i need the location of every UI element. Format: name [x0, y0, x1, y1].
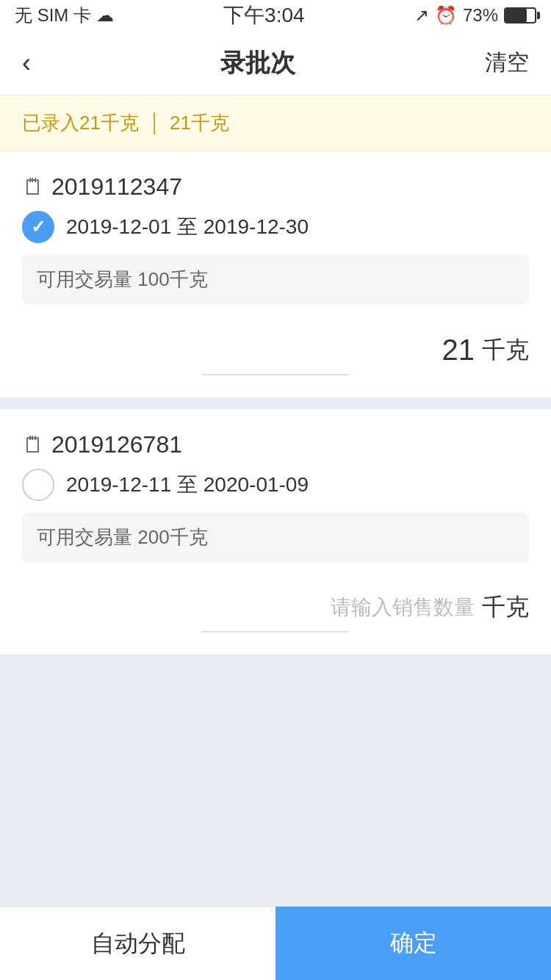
- batch-1-icon: 🗒: [22, 175, 44, 200]
- nav-bar: ‹ 录批次 清空: [0, 31, 551, 96]
- batch-1-quantity-row: 21 千克: [0, 319, 551, 374]
- batch-2-input-wrapper: 请输入销售数量 千克: [0, 577, 551, 655]
- status-bar: 无 SIM 卡 ☁ 下午3:04 ↗ ⏰ 73%: [0, 0, 551, 31]
- batch-1-quantity-wrapper: 21 千克: [0, 319, 551, 397]
- battery-pct: 73%: [463, 5, 498, 26]
- batch-2-icon: 🗒: [22, 433, 44, 458]
- alarm-icon: ⏰: [435, 5, 457, 26]
- batch-1-quantity-unit: 千克: [482, 334, 529, 367]
- batch-1-date-row: 2019-12-01 至 2019-12-30: [22, 211, 529, 243]
- banner-divider: [154, 112, 155, 134]
- location-icon: ↗: [414, 5, 429, 26]
- batch-2-input-unit: 千克: [482, 591, 529, 624]
- battery-icon: [504, 7, 536, 24]
- back-button[interactable]: ‹: [22, 48, 31, 79]
- page-title: 录批次: [220, 46, 295, 80]
- batch-2-input-placeholder: 请输入销售数量: [331, 594, 475, 621]
- batch-1-available: 可用交易量 100千克: [22, 255, 529, 304]
- batch-1-date: 2019-12-01 至 2019-12-30: [66, 213, 309, 241]
- empty-area: [0, 655, 551, 948]
- batch-2-input-row: 请输入销售数量 千克: [0, 577, 551, 631]
- info-banner: 已录入21千克 21千克: [0, 96, 551, 151]
- batch-1-header: 🗒 2019112347: [22, 173, 529, 201]
- batch-2-header: 🗒 2019126781: [22, 431, 529, 458]
- confirm-button[interactable]: 确定: [276, 907, 551, 980]
- batch-1-id: 2019112347: [51, 173, 182, 201]
- batch-2-radio[interactable]: [22, 469, 54, 501]
- quantity-divider-2: [202, 631, 349, 633]
- sim-label: 无 SIM 卡 ☁: [15, 4, 114, 27]
- batch-2-id: 2019126781: [51, 431, 182, 458]
- quantity-divider-1: [202, 374, 349, 375]
- batch-2-date-row: 2019-12-11 至 2020-01-09: [22, 469, 529, 501]
- batch-2-available: 可用交易量 200千克: [22, 513, 529, 562]
- total-amount: 21千克: [170, 110, 229, 136]
- batch-1-quantity-value[interactable]: 21: [442, 334, 475, 367]
- status-bar-time: 下午3:04: [223, 1, 305, 29]
- auto-distribute-button[interactable]: 自动分配: [0, 907, 276, 980]
- clear-button[interactable]: 清空: [485, 48, 529, 78]
- recorded-amount: 已录入21千克: [22, 110, 139, 136]
- batch-item-2: 🗒 2019126781 2019-12-11 至 2020-01-09 可用交…: [0, 409, 551, 577]
- status-bar-left: 无 SIM 卡 ☁: [15, 4, 114, 27]
- batch-2-date: 2019-12-11 至 2020-01-09: [66, 471, 309, 499]
- separator-1: [0, 397, 551, 409]
- batch-item-1: 🗒 2019112347 2019-12-01 至 2019-12-30 可用交…: [0, 151, 551, 319]
- status-bar-right: ↗ ⏰ 73%: [414, 5, 536, 26]
- bottom-bar: 自动分配 确定: [0, 907, 551, 980]
- batch-1-radio[interactable]: [22, 211, 54, 243]
